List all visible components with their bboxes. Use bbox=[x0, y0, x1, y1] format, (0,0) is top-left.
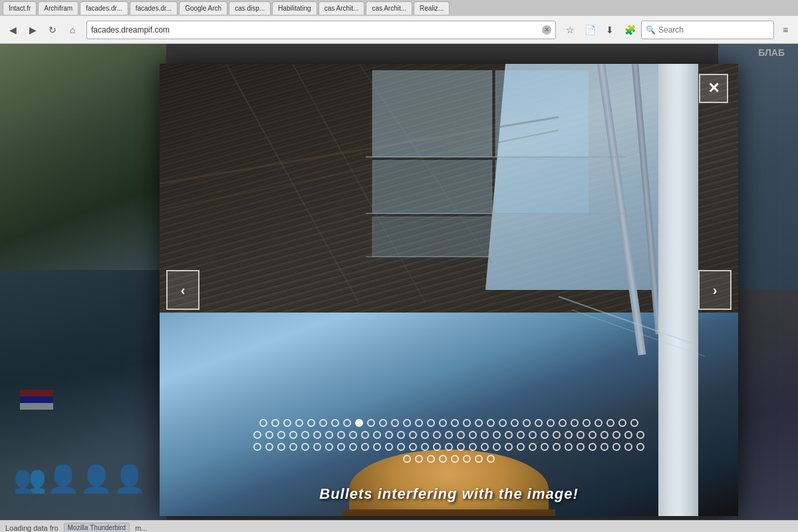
dot-2-10[interactable] bbox=[361, 431, 369, 439]
dot-1-23[interactable] bbox=[523, 419, 531, 427]
status-thunderbird[interactable]: Mozilla Thunderbird bbox=[64, 523, 130, 532]
dot-2-27[interactable] bbox=[565, 431, 573, 439]
dot-3-25[interactable] bbox=[541, 443, 549, 451]
tab-realiz[interactable]: Realiz... bbox=[414, 1, 450, 15]
dot-1-9-active[interactable] bbox=[355, 419, 363, 427]
dot-4-2[interactable] bbox=[415, 455, 423, 463]
dot-1-27[interactable] bbox=[571, 419, 579, 427]
dot-1-18[interactable] bbox=[463, 419, 471, 427]
dot-3-31[interactable] bbox=[612, 443, 620, 451]
dot-1-11[interactable] bbox=[379, 419, 387, 427]
dot-1-31[interactable] bbox=[618, 419, 626, 427]
dot-1-2[interactable] bbox=[271, 419, 279, 427]
dot-3-9[interactable] bbox=[349, 443, 357, 451]
dot-2-4[interactable] bbox=[289, 431, 297, 439]
dot-2-12[interactable] bbox=[385, 431, 393, 439]
dot-1-29[interactable] bbox=[595, 419, 602, 427]
dot-3-10[interactable] bbox=[361, 443, 369, 451]
dot-3-4[interactable] bbox=[289, 443, 297, 451]
dot-3-22[interactable] bbox=[505, 443, 513, 451]
search-input[interactable] bbox=[658, 25, 751, 35]
dot-2-14[interactable] bbox=[409, 431, 417, 439]
dot-2-30[interactable] bbox=[600, 431, 608, 439]
tab-cas-disp[interactable]: cas disp... bbox=[229, 1, 271, 15]
reader-button[interactable]: 📄 bbox=[581, 21, 598, 39]
dot-2-5[interactable] bbox=[301, 431, 309, 439]
dot-2-15[interactable] bbox=[421, 431, 429, 439]
tab-facades2[interactable]: facades.dr... bbox=[130, 1, 178, 15]
forward-button[interactable]: ▶ bbox=[24, 21, 41, 39]
download-button[interactable]: ⬇ bbox=[601, 21, 618, 39]
dot-3-23[interactable] bbox=[517, 443, 525, 451]
dot-2-13[interactable] bbox=[397, 431, 405, 439]
dot-2-9[interactable] bbox=[349, 431, 357, 439]
dot-3-20[interactable] bbox=[481, 443, 489, 451]
dot-1-8[interactable] bbox=[343, 419, 351, 427]
dot-3-24[interactable] bbox=[529, 443, 537, 451]
dot-3-3[interactable] bbox=[277, 443, 285, 451]
bookmark-button[interactable]: ☆ bbox=[561, 21, 579, 39]
dot-1-26[interactable] bbox=[559, 419, 567, 427]
dot-3-30[interactable] bbox=[600, 443, 608, 451]
extensions-button[interactable]: 🧩 bbox=[621, 21, 638, 39]
dot-3-11[interactable] bbox=[373, 443, 381, 451]
reload-button[interactable]: ↻ bbox=[44, 21, 61, 39]
menu-button[interactable]: ≡ bbox=[777, 21, 794, 39]
dot-3-14[interactable] bbox=[409, 443, 417, 451]
dot-2-19[interactable] bbox=[469, 431, 477, 439]
dot-3-1[interactable] bbox=[253, 443, 261, 451]
dot-4-8[interactable] bbox=[487, 455, 495, 463]
dot-1-24[interactable] bbox=[535, 419, 543, 427]
dot-1-22[interactable] bbox=[511, 419, 519, 427]
dot-3-2[interactable] bbox=[265, 443, 273, 451]
dot-2-31[interactable] bbox=[612, 431, 620, 439]
dot-3-8[interactable] bbox=[337, 443, 345, 451]
dot-2-23[interactable] bbox=[517, 431, 525, 439]
dot-3-19[interactable] bbox=[469, 443, 477, 451]
dot-2-20[interactable] bbox=[481, 431, 489, 439]
dot-3-21[interactable] bbox=[493, 443, 501, 451]
dot-1-25[interactable] bbox=[547, 419, 555, 427]
dot-2-1[interactable] bbox=[253, 431, 261, 439]
dot-3-13[interactable] bbox=[397, 443, 405, 451]
dot-3-32[interactable] bbox=[624, 443, 632, 451]
dot-1-30[interactable] bbox=[606, 419, 614, 427]
url-clear-button[interactable]: ✕ bbox=[542, 25, 551, 35]
dot-2-33[interactable] bbox=[636, 431, 644, 439]
dot-3-29[interactable] bbox=[589, 443, 597, 451]
dot-2-26[interactable] bbox=[553, 431, 561, 439]
dot-1-5[interactable] bbox=[307, 419, 315, 427]
dot-1-20[interactable] bbox=[487, 419, 495, 427]
dot-3-6[interactable] bbox=[313, 443, 321, 451]
dot-4-4[interactable] bbox=[439, 455, 447, 463]
dot-3-27[interactable] bbox=[565, 443, 573, 451]
dot-1-28[interactable] bbox=[583, 419, 591, 427]
dot-3-12[interactable] bbox=[385, 443, 393, 451]
lightbox-close-button[interactable]: ✕ bbox=[699, 74, 728, 103]
dot-3-33[interactable] bbox=[636, 443, 644, 451]
dot-1-10[interactable] bbox=[367, 419, 375, 427]
dot-1-1[interactable] bbox=[259, 419, 267, 427]
tab-facades-active[interactable]: facades.dr... bbox=[80, 1, 128, 15]
dot-4-5[interactable] bbox=[451, 455, 459, 463]
dot-4-7[interactable] bbox=[475, 455, 483, 463]
dot-1-7[interactable] bbox=[331, 419, 339, 427]
dot-3-5[interactable] bbox=[301, 443, 309, 451]
dot-3-15[interactable] bbox=[421, 443, 429, 451]
dot-2-18[interactable] bbox=[457, 431, 465, 439]
dot-1-13[interactable] bbox=[403, 419, 411, 427]
dot-3-26[interactable] bbox=[553, 443, 561, 451]
dot-2-32[interactable] bbox=[624, 431, 632, 439]
dot-3-7[interactable] bbox=[325, 443, 333, 451]
dot-2-3[interactable] bbox=[277, 431, 285, 439]
dot-4-1[interactable] bbox=[403, 455, 411, 463]
dot-2-25[interactable] bbox=[541, 431, 549, 439]
dot-2-22[interactable] bbox=[505, 431, 513, 439]
tab-habilitat[interactable]: Habilitating bbox=[272, 1, 317, 15]
dot-3-18[interactable] bbox=[457, 443, 465, 451]
dot-1-15[interactable] bbox=[427, 419, 435, 427]
dot-1-6[interactable] bbox=[319, 419, 327, 427]
dot-4-3[interactable] bbox=[427, 455, 435, 463]
next-button[interactable]: › bbox=[698, 270, 732, 310]
dot-2-28[interactable] bbox=[577, 431, 585, 439]
